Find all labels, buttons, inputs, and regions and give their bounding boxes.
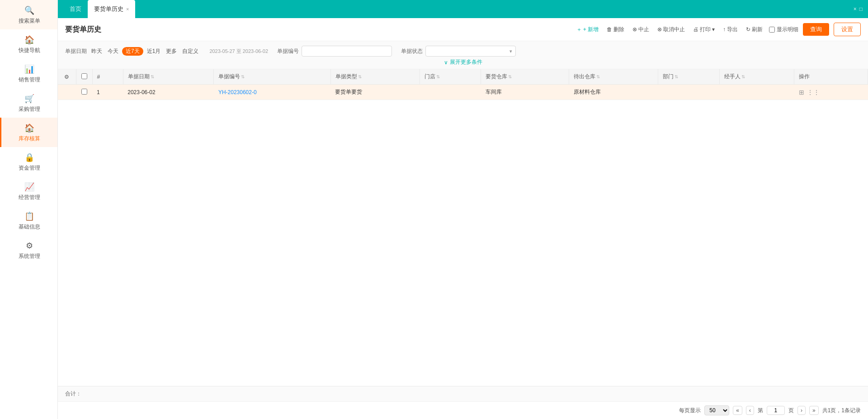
sidebar-item-sales-mgmt[interactable]: 📊 销售管理 (0, 59, 57, 88)
current-page-input[interactable] (767, 406, 785, 415)
col-checkbox-header[interactable] (76, 69, 92, 85)
date-opt-1month[interactable]: 近1月 (145, 47, 163, 56)
add-icon: ＋ (576, 26, 582, 33)
date-range-display: 2023-05-27 至 2023-06-02 (209, 48, 268, 55)
tab-close-button[interactable]: × (126, 6, 129, 12)
refresh-button[interactable]: ↻ 刷新 (744, 25, 764, 34)
cancel-stop-icon: ⊗ (657, 26, 662, 33)
sidebar-item-label: 资金管理 (19, 164, 40, 172)
print-dropdown-icon: ▾ (712, 26, 715, 33)
date-filter-label: 单据日期 (65, 48, 87, 55)
delete-icon: 🗑 (607, 26, 612, 33)
col-handler-header[interactable]: 经手人⇅ (720, 69, 794, 85)
filter-row: 单据日期 昨天 今天 近7天 近1月 更多 自定义 2023-05-27 至 2… (65, 46, 861, 57)
new-button[interactable]: ＋ + 新增 (575, 25, 600, 34)
purchase-icon: 🛒 (24, 94, 34, 104)
sidebar-item-finance-mgmt[interactable]: 🔒 资金管理 (0, 147, 57, 176)
cancel-stop-button[interactable]: ⊗ 取消中止 (656, 25, 687, 34)
col-index-header: # (92, 69, 123, 85)
first-page-button[interactable]: « (733, 406, 742, 415)
col-req-warehouse-header[interactable]: 要货仓库⇅ (481, 69, 569, 85)
sidebar-item-sys-mgmt[interactable]: ⚙ 系统管理 (0, 235, 57, 265)
page-size-select[interactable]: 20 50 100 200 (704, 405, 729, 415)
tab-active[interactable]: 要货单历史 × (88, 0, 135, 18)
status-select-wrapper (425, 46, 516, 57)
export-button[interactable]: ↑ 导出 (721, 25, 740, 34)
toolbar: ＋ + 新增 🗑 删除 ⊗ 中止 ⊗ 取消中止 🖨 打印 (575, 23, 861, 36)
row-store (420, 85, 481, 100)
row-req-warehouse: 车间库 (481, 85, 569, 100)
date-filter-group: 单据日期 昨天 今天 近7天 近1月 更多 自定义 (65, 47, 200, 56)
page-header: 要货单历史 ＋ + 新增 🗑 删除 ⊗ 中止 ⊗ 取消中止 (58, 18, 868, 41)
stop-button[interactable]: ⊗ 中止 (631, 25, 651, 34)
sidebar-item-purchase-mgmt[interactable]: 🛒 采购管理 (0, 88, 57, 118)
date-opt-7days[interactable]: 近7天 (122, 47, 143, 56)
row-operation: ⊞ ⋮⋮ (794, 85, 868, 100)
col-order-no-header[interactable]: 单据编号⇅ (214, 69, 330, 85)
show-detail-toggle[interactable]: 显示明细 (769, 26, 798, 33)
show-detail-checkbox[interactable] (769, 27, 775, 33)
view-icon[interactable]: ⊞ (799, 89, 804, 96)
sidebar-item-label: 库存核算 (19, 135, 40, 143)
page-size-label: 每页显示 (679, 407, 701, 414)
print-button[interactable]: 🖨 打印 ▾ (691, 25, 717, 34)
sidebar-item-inventory[interactable]: 🏠 库存核算 (0, 118, 57, 147)
col-department-header[interactable]: 部门⇅ (658, 69, 720, 85)
delete-button[interactable]: 🗑 删除 (605, 25, 626, 34)
table-row: 1 2023-06-02 YH-20230602-0 要货单要货 车间库 原材料… (58, 85, 868, 100)
sidebar-item-label: 采购管理 (19, 105, 40, 113)
basic-info-icon: 📋 (24, 211, 34, 221)
status-label: 单据状态 (401, 48, 423, 55)
sidebar-item-ops-mgmt[interactable]: 📈 经营管理 (0, 176, 57, 206)
topbar: 首页 要货单历史 × × □ (58, 0, 868, 18)
more-icon[interactable]: ⋮⋮ (807, 89, 820, 96)
date-opt-more[interactable]: 更多 (164, 47, 179, 56)
window-maximize-button[interactable]: □ (859, 6, 863, 12)
date-range-group: 2023-05-27 至 2023-06-02 (209, 48, 268, 55)
row-checkbox[interactable] (81, 89, 87, 95)
col-order-type-header[interactable]: 单据类型⇅ (330, 69, 420, 85)
row-department (658, 85, 720, 100)
sidebar-item-label: 系统管理 (19, 252, 40, 260)
sidebar-item-quick-nav[interactable]: 🏠 快捷导航 (0, 29, 57, 59)
main-area: 首页 要货单历史 × × □ 要货单历史 ＋ + 新增 🗑 删除 (58, 0, 868, 419)
col-store-header[interactable]: 门店⇅ (420, 69, 481, 85)
sidebar-item-search-menu[interactable]: 🔍 搜索菜单 (0, 0, 57, 29)
col-date-header[interactable]: 单据日期⇅ (123, 69, 214, 85)
status-filter-group: 单据状态 (401, 46, 516, 57)
status-select[interactable] (425, 46, 516, 57)
col-operation-header: 操作 (794, 69, 868, 85)
inventory-icon: 🏠 (24, 123, 34, 133)
tab-home[interactable]: 首页 (63, 0, 88, 18)
order-no-link[interactable]: YH-20230602-0 (218, 89, 257, 95)
sidebar-item-label: 搜索菜单 (19, 17, 40, 25)
chevron-down-icon: ∨ (444, 59, 448, 66)
row-handler (720, 85, 794, 100)
summary-label: 合计： (65, 390, 81, 397)
next-page-button[interactable]: › (797, 406, 806, 415)
table-wrapper: ⚙ # 单据日期⇅ 单据编号⇅ 单据类型⇅ 门店⇅ 要货仓库⇅ 待出仓库⇅ 部门… (58, 69, 868, 386)
row-order-no[interactable]: YH-20230602-0 (214, 85, 330, 100)
last-page-button[interactable]: » (809, 406, 819, 415)
total-info: 共1页，1条记录 (822, 407, 861, 414)
pagination-bar: 每页显示 20 50 100 200 « ‹ 第 页 › » 共1页，1条记录 (58, 401, 868, 419)
row-date: 2023-06-02 (123, 85, 214, 100)
order-no-input[interactable] (302, 46, 392, 57)
select-all-checkbox[interactable] (81, 73, 87, 79)
table-header-row: ⚙ # 单据日期⇅ 单据编号⇅ 单据类型⇅ 门店⇅ 要货仓库⇅ 待出仓库⇅ 部门… (58, 69, 868, 85)
date-opt-yesterday[interactable]: 昨天 (90, 47, 104, 56)
col-pending-warehouse-header[interactable]: 待出仓库⇅ (569, 69, 658, 85)
page-suffix: 页 (788, 407, 794, 414)
sidebar-item-basic-info[interactable]: 📋 基础信息 (0, 206, 57, 235)
row-order-type: 要货单要货 (330, 85, 420, 100)
query-button[interactable]: 查询 (803, 23, 829, 36)
row-checkbox-cell[interactable] (76, 85, 92, 100)
window-close-button[interactable]: × (854, 6, 857, 12)
expand-more-button[interactable]: ∨ 展开更多条件 (65, 58, 861, 66)
date-opt-today[interactable]: 今天 (106, 47, 120, 56)
date-opt-custom[interactable]: 自定义 (180, 47, 200, 56)
filter-bar: 单据日期 昨天 今天 近7天 近1月 更多 自定义 2023-05-27 至 2… (58, 41, 868, 69)
col-settings-header[interactable]: ⚙ (58, 69, 76, 85)
prev-page-button[interactable]: ‹ (746, 406, 754, 415)
settings-button[interactable]: 设置 (834, 23, 861, 36)
